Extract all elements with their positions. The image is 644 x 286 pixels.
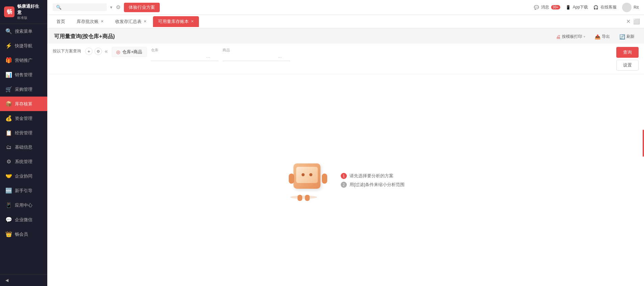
scrollbar-indicator[interactable] [643, 130, 644, 157]
collapse-filter-btn[interactable]: « [105, 48, 108, 54]
export-btn[interactable]: 📤 导出 [592, 32, 613, 41]
sidebar-label-finance: 资金管理 [15, 115, 32, 122]
headset-icon: 🎧 [593, 5, 598, 10]
sidebar-label-purchase: 采购管理 [15, 86, 32, 93]
sidebar-item-appstore[interactable]: 📱 应用中心 [0, 198, 47, 212]
robot-arm-right [322, 174, 327, 184]
empty-illustration [287, 158, 331, 202]
sidebar-bottom[interactable]: ◀ [0, 274, 47, 286]
print-icon: 🖨 [556, 34, 561, 40]
main-area: 🔍 ▾ ⚙ 体验行业方案 💬 消息 99+ 📱 App下载 🎧 在线客服 Rit [47, 0, 644, 286]
scheme-warehouse-label: 仓库+商品 [122, 49, 143, 55]
trial-btn[interactable]: 体验行业方案 [124, 3, 160, 12]
topbar-gear-icon[interactable]: ⚙ [116, 4, 121, 10]
product-field-label: 商品 [223, 48, 290, 53]
topbar-right: 💬 消息 99+ 📱 App下载 🎧 在线客服 Rit [534, 3, 639, 12]
topbar: 🔍 ▾ ⚙ 体验行业方案 💬 消息 99+ 📱 App下载 🎧 在线客服 Rit [47, 0, 644, 15]
robot-leg-left [298, 195, 302, 201]
sidebar-label-inventory: 库存核算 [15, 101, 32, 107]
sidebar-item-inventory[interactable]: 📦 库存核算 [0, 97, 47, 111]
sidebar-item-enterprise[interactable]: 🤝 企业协同 [0, 169, 47, 183]
message-badge: 99+ [551, 5, 560, 9]
filter-label: 按以下方案查询 [53, 48, 81, 54]
tab-available-label: 可用量库存账本 [158, 19, 189, 25]
window-buttons: ✕ ⬜ [626, 18, 640, 25]
logo-icon: 畅 [4, 6, 15, 17]
filter-scheme-actions: + ⚙ « [85, 48, 108, 55]
empty-tip-2: 2 用[过滤]条件来缩小分析范围 [341, 182, 405, 188]
app-badge: 标准版 [17, 16, 43, 20]
marketing-icon: 🎁 [5, 57, 12, 63]
sidebar-label-shortcut: 快捷导航 [15, 43, 32, 49]
sidebar-label-member: 畅会员 [15, 231, 28, 237]
close-window-btn[interactable]: ✕ [626, 18, 630, 25]
app-download-label: App下载 [573, 4, 588, 10]
message-btn[interactable]: 💬 消息 99+ [534, 4, 560, 10]
sidebar-logo[interactable]: 畅 畅康通好生意 标准版 [0, 0, 47, 24]
scheme-item-warehouse[interactable]: ◎ 仓库+商品 [112, 47, 147, 57]
user-area[interactable]: Rit [622, 3, 639, 12]
sidebar-item-marketing[interactable]: 🎁 营销推广 [0, 53, 47, 68]
tab-home[interactable]: 首页 [51, 16, 70, 27]
sidebar-item-finance[interactable]: 💰 资金管理 [0, 111, 47, 126]
warehouse-field-label: 仓库 [151, 48, 218, 53]
sidebar-item-member[interactable]: 👑 畅会员 [0, 227, 47, 241]
settings-button[interactable]: 设置 [616, 60, 639, 71]
sidebar: 畅 畅康通好生意 标准版 🔍 搜索菜单 ⚡ 快捷导航 🎁 营销推广 📊 销售管理… [0, 0, 47, 286]
tab-available-close[interactable]: ✕ [191, 19, 194, 24]
tab-available[interactable]: 可用量库存账本 ✕ [153, 16, 199, 27]
warehouse-more-btn[interactable]: ··· [206, 54, 210, 60]
robot-eye-left [302, 173, 305, 176]
sidebar-label-marketing: 营销推广 [15, 57, 32, 63]
warehouse-input-area[interactable]: ··· [151, 53, 218, 61]
scheme-warehouse-icon: ◎ [116, 49, 120, 55]
sidebar-item-newbie[interactable]: 🆕 新手引导 [0, 183, 47, 198]
newbie-icon: 🆕 [5, 187, 12, 194]
sidebar-item-wechat[interactable]: 💬 企业微信 [0, 212, 47, 227]
maximize-btn[interactable]: ⬜ [633, 18, 640, 25]
step2-circle: 2 [341, 182, 347, 188]
tab-summary[interactable]: 收发存汇总表 ✕ [110, 16, 152, 27]
print-btn[interactable]: 🖨 按模板打印 ▾ [553, 32, 588, 41]
warehouse-field: 仓库 ··· [151, 48, 218, 61]
sidebar-item-basic[interactable]: 🗂 基础信息 [0, 140, 47, 154]
sidebar-label-basic: 基础信息 [15, 144, 32, 150]
topbar-search-input[interactable] [63, 5, 97, 10]
step1-text: 请先选择要分析的方案 [350, 173, 393, 179]
sidebar-item-system[interactable]: ⚙ 系统管理 [0, 154, 47, 169]
purchase-icon: 🛒 [5, 86, 12, 93]
username-label: Rit [634, 5, 639, 10]
product-input[interactable] [223, 55, 277, 60]
filter-section: 按以下方案查询 + ⚙ « ◎ 仓库+商品 仓库 ··· [47, 44, 644, 74]
sidebar-item-sales[interactable]: 📊 销售管理 [0, 68, 47, 82]
shortcut-icon: ⚡ [5, 43, 12, 49]
empty-tips: 1 请先选择要分析的方案 2 用[过滤]条件来缩小分析范围 [341, 173, 405, 188]
tab-batch-close[interactable]: ✕ [101, 19, 104, 24]
refresh-btn[interactable]: 🔄 刷新 [617, 32, 637, 41]
tab-summary-close[interactable]: ✕ [144, 19, 147, 24]
product-field: 商品 ··· [223, 48, 290, 61]
right-action-buttons: 查询 设置 [616, 47, 639, 71]
tab-batch[interactable]: 库存批次账 ✕ [72, 16, 109, 27]
step2-text: 用[过滤]条件来缩小分析范围 [350, 182, 405, 188]
empty-state: 1 请先选择要分析的方案 2 用[过滤]条件来缩小分析范围 [47, 74, 644, 286]
sidebar-item-purchase[interactable]: 🛒 采购管理 [0, 82, 47, 97]
sidebar-item-search[interactable]: 🔍 搜索菜单 [0, 24, 47, 38]
sidebar-nav: 🔍 搜索菜单 ⚡ 快捷导航 🎁 营销推广 📊 销售管理 🛒 采购管理 📦 库存核… [0, 24, 47, 274]
product-more-btn[interactable]: ··· [278, 54, 282, 60]
settings-scheme-btn[interactable]: ⚙ [95, 48, 102, 55]
app-download-btn[interactable]: 📱 App下载 [566, 4, 588, 10]
sidebar-item-shortcut[interactable]: ⚡ 快捷导航 [0, 38, 47, 53]
topbar-search-icon: 🔍 [56, 5, 61, 10]
topbar-search-box[interactable]: 🔍 [53, 3, 107, 11]
online-service-btn[interactable]: 🎧 在线客服 [593, 4, 617, 10]
warehouse-input[interactable] [151, 55, 205, 60]
app-name: 畅康通好生意 [17, 3, 43, 16]
topbar-chevron-icon[interactable]: ▾ [110, 5, 112, 10]
add-scheme-btn[interactable]: + [85, 48, 93, 55]
sidebar-label-wechat: 企业微信 [15, 217, 32, 223]
sidebar-item-operation[interactable]: 📋 经营管理 [0, 126, 47, 140]
robot-eyes [302, 173, 312, 176]
query-button[interactable]: 查询 [616, 47, 639, 58]
product-input-area[interactable]: ··· [223, 53, 290, 61]
